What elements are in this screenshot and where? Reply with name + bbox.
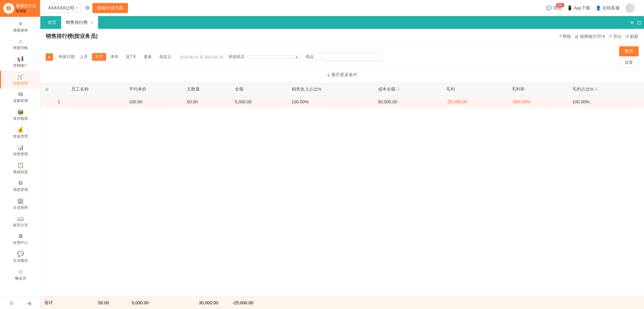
col-header-profit: 毛利	[442, 83, 508, 96]
sidebar-item-purchase[interactable]: 🛍 采购管理	[0, 89, 40, 106]
sidebar-item-finance[interactable]: 💰 资金管理	[0, 124, 40, 142]
online-service-button[interactable]: 👤 在线客服	[596, 5, 620, 11]
sidebar-item-label: 基础信息	[13, 169, 28, 174]
col-header-name: 员工名称	[67, 83, 125, 96]
tab-close-icon[interactable]: ✕	[90, 20, 93, 25]
status-select[interactable]: ▾	[247, 55, 300, 59]
goods-filter: 商品 ...	[306, 53, 383, 61]
sidebar-item-wechat[interactable]: 💬 企业微信	[0, 248, 40, 266]
user-avatar[interactable]	[625, 3, 635, 13]
column-settings-icon[interactable]: ⚙	[45, 87, 49, 92]
topbar-actions: 💬 消息 99+ 📱 App下载 👤 在线客服	[546, 3, 640, 13]
table-row: 1100.0050.005,000.00100.00%30,000.00-25,…	[40, 96, 644, 108]
sidebar-item-apps[interactable]: 🖥 应用中心	[0, 230, 40, 248]
template-print-label: 按模板打印	[580, 34, 602, 40]
tab-home[interactable]: 首页	[43, 16, 61, 29]
company-selector[interactable]: XXXXXX公司 ▾	[44, 3, 81, 13]
sidebar-item-label: 库存核算	[13, 116, 28, 121]
export-button[interactable]: ↗ 导出	[608, 34, 622, 40]
query-button[interactable]: 查询	[619, 46, 639, 56]
operation-icon: 📊	[17, 144, 24, 151]
system-icon: ⚙	[18, 180, 23, 186]
date-tab-prev[interactable]: 上月	[77, 53, 91, 61]
status-chevron-icon: ▾	[296, 54, 298, 59]
filter-settings-button[interactable]: 设置	[619, 58, 639, 67]
export-icon: ↗	[608, 34, 612, 39]
help-button[interactable]: ? 帮助	[559, 34, 571, 40]
expand-chevron-icon: ∨	[327, 72, 330, 78]
date-tab-more[interactable]: 更多	[141, 53, 155, 61]
sidebar: 畅 畅通好生意 标准版 ≡ 搜索菜单 ⌂ 快捷导航 📢 营销推广 🛒 销售管理 …	[0, 0, 40, 309]
sidebar-item-marketing[interactable]: 📢 营销推广	[0, 53, 40, 71]
date-tab-7days[interactable]: 近7天	[123, 53, 139, 61]
sidebar-item-search[interactable]: ≡ 搜索菜单	[0, 18, 40, 36]
date-tabs: 上月 本月 本年 近7天 更多 自定义	[77, 53, 174, 61]
logo-name: 畅通好生意	[16, 3, 36, 9]
refresh-button[interactable]: ↺ 刷新	[625, 34, 639, 40]
topbar-settings-icon[interactable]: ⚙	[85, 5, 90, 11]
date-tab-custom[interactable]: 自定义	[156, 53, 174, 61]
marketing-icon: 📢	[17, 56, 24, 62]
footer-profit: -25,000.00	[232, 300, 259, 305]
sidebar-item-label: 销售管理	[13, 81, 28, 86]
col-header-profit-rate: 毛利率	[508, 83, 568, 96]
page-header: 销售排行榜(按业务员) ? 帮助 🖨 按模板打印 ▾ ↗ 导出	[40, 29, 644, 43]
basic-icon: 📋	[17, 162, 24, 168]
tab-maximize-icon[interactable]: ⊡	[637, 19, 641, 26]
cell-settings	[40, 96, 54, 108]
sidebar-item-guide[interactable]: 📖 新手引导	[0, 213, 40, 230]
template-print-button[interactable]: 🖨 按模板打印 ▾	[574, 34, 605, 40]
apps-icon: 🖥	[18, 233, 23, 239]
sidebar-settings-button[interactable]: ⚙	[9, 300, 14, 306]
goods-input[interactable]: ...	[316, 53, 383, 61]
sidebar-logo: 畅 畅通好生意 标准版	[0, 0, 40, 17]
message-icon: 💬	[546, 5, 552, 10]
col-header-amount: 全额	[231, 83, 288, 96]
trial-button[interactable]: 体验行业方案	[92, 3, 128, 13]
cell-profit: -25,000.00	[442, 96, 508, 108]
sidebar-item-label: 资金管理	[13, 134, 28, 139]
cell-quantity: 50.00	[183, 96, 231, 108]
col-header-avg-price: 平均单价	[125, 83, 183, 96]
table-body: 1100.0050.005,000.00100.00%30,000.00-25,…	[40, 96, 644, 108]
page-header-actions: ? 帮助 🖨 按模板打印 ▾ ↗ 导出 ↺ 刷新	[559, 34, 639, 40]
sidebar-item-system[interactable]: ⚙ 系统管理	[0, 177, 40, 195]
cell-amount: 5,000.00	[231, 96, 288, 108]
sales-rank-table: ⚙ 员工名称 平均单价 主数量	[40, 83, 644, 108]
sidebar-item-label: 营销推广	[13, 63, 28, 68]
filter-bar: ▸ 单据日期 上月 本月 本年 近7天 更多 自定义	[40, 43, 644, 83]
date-tab-year[interactable]: 本年	[108, 53, 122, 61]
cost-info-icon[interactable]: ⓘ	[396, 87, 400, 92]
sidebar-item-basic[interactable]: 📋 基础信息	[0, 159, 40, 177]
help-label: 帮助	[562, 34, 571, 40]
sidebar-item-sales[interactable]: 🛒 销售管理	[0, 71, 40, 89]
sidebar-menu: ≡ 搜索菜单 ⌂ 快捷导航 📢 营销推广 🛒 销售管理 🛍 采购管理 📦 库存核…	[0, 17, 40, 297]
tabbar: 首页 销售排行榜 ✕ ✕ ⊡	[40, 16, 644, 29]
message-badge: 99+	[556, 3, 564, 7]
date-filter: 单据日期 上月 本月 本年 近7天 更多 自定义	[58, 53, 174, 61]
sidebar-item-operation[interactable]: 📊 经营管理	[0, 142, 40, 159]
profit-pct-sort-icon[interactable]: ⇅	[595, 87, 598, 92]
topbar: XXXXXX公司 ▾ ⚙ 体验行业方案 💬 消息 99+ 📱 App下载 👤 在…	[40, 0, 644, 16]
cell-cost: 30,000.00	[374, 96, 442, 108]
sales-icon: 🛒	[17, 73, 24, 80]
expand-conditions-button[interactable]: ∨ 展开更多条件	[327, 72, 357, 78]
sidebar-item-quicknav[interactable]: ⌂ 快捷导航	[0, 36, 40, 53]
logo-icon: 畅	[3, 3, 14, 14]
sidebar-item-inventory[interactable]: 📦 库存核算	[0, 106, 40, 124]
expand-label: 展开更多条件	[331, 72, 357, 78]
tab-close-all-icon[interactable]: ✕	[630, 19, 634, 26]
date-tab-current[interactable]: 本月	[92, 53, 106, 61]
app-download-button[interactable]: 📱 App下载	[567, 5, 590, 11]
col-header-sales-pct: 销售收入占比%	[288, 83, 374, 96]
tab-sales-rank[interactable]: 销售排行榜 ✕	[61, 16, 98, 29]
content-area: 销售排行榜(按业务员) ? 帮助 🖨 按模板打印 ▾ ↗ 导出	[40, 29, 644, 309]
table-header-row: ⚙ 员工名称 平均单价 主数量	[40, 83, 644, 96]
footer-cost: 30,000.00	[199, 300, 226, 305]
sidebar-item-member[interactable]: ◇ 畅会员	[0, 266, 40, 284]
search-menu-icon: ≡	[19, 21, 22, 27]
filter-expand-arrow[interactable]: ▸	[46, 53, 53, 61]
sidebar-collapse-button[interactable]: ◀	[27, 300, 31, 306]
sidebar-item-enterprise[interactable]: 🏢 企业协同	[0, 195, 40, 213]
message-button[interactable]: 💬 消息 99+	[546, 5, 562, 11]
